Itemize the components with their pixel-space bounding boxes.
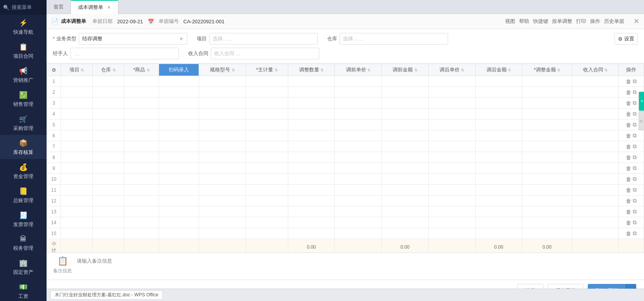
taskbar-item[interactable]: 木门行业好业财处理方案-墓红红.doc - WPS Office [50, 291, 163, 299]
cell-row6-unit[interactable] [246, 130, 288, 141]
copy-row-4-icon[interactable]: ⧉ [633, 111, 637, 117]
th-gear[interactable]: ⚙ [47, 64, 61, 76]
cell-row6-warehouse[interactable] [92, 130, 124, 141]
cell-row11-project[interactable] [61, 185, 93, 195]
cell-row5-warehouse[interactable] [92, 119, 124, 130]
copy-row-9-icon[interactable]: ⧉ [633, 165, 637, 171]
cell-row1-spec[interactable] [199, 76, 246, 87]
sidebar-item-project-contract[interactable]: 📋 项目合同 [0, 39, 47, 63]
delete-row-11-icon[interactable]: 🗑 [626, 187, 631, 193]
sidebar-item-fixed-assets[interactable]: 🏢 固定资产 [0, 255, 47, 279]
cell-row9-adj_amount[interactable] [522, 163, 572, 174]
copy-row-6-icon[interactable]: ⧉ [633, 132, 637, 139]
cell-row8-after_amount[interactable] [475, 152, 522, 163]
cell-row5-adj_qty[interactable] [288, 119, 335, 130]
copy-row-1-icon[interactable]: ⧉ [633, 78, 637, 85]
cell-row7-unit[interactable] [246, 141, 288, 152]
cell-row7-spec[interactable] [199, 141, 246, 152]
cell-row7-after_price[interactable] [428, 141, 475, 152]
cell-row7-after_amount[interactable] [475, 141, 522, 152]
cell-row14-adj_qty[interactable] [288, 217, 335, 228]
cell-row6-adj_amount[interactable] [522, 130, 572, 141]
cell-row14-spec[interactable] [199, 217, 246, 228]
cell-row5-goods[interactable] [124, 119, 159, 130]
cell-row6-after_amount[interactable] [475, 130, 522, 141]
delete-row-9-icon[interactable]: 🗑 [626, 165, 631, 171]
cell-row11-before_price[interactable] [335, 185, 382, 195]
cell-row4-after_price[interactable] [428, 109, 475, 119]
cell-row1-before_amount[interactable] [382, 76, 429, 87]
cell-row11-income_contract[interactable] [572, 185, 619, 195]
cell-row5-before_amount[interactable] [382, 119, 429, 130]
cell-row5-spec[interactable] [199, 119, 246, 130]
cell-row1-after_amount[interactable] [475, 76, 522, 87]
cell-row1-before_price[interactable] [335, 76, 382, 87]
cell-row4-unit[interactable] [246, 109, 288, 119]
cell-row3-income_contract[interactable] [572, 98, 619, 109]
cell-row3-project[interactable] [61, 98, 93, 109]
cell-row14-scan[interactable] [159, 217, 199, 228]
right-tab-list[interactable]: ≡ [639, 92, 644, 111]
cell-row15-project[interactable] [61, 228, 93, 239]
cell-row11-spec[interactable] [199, 185, 246, 195]
cell-row5-after_amount[interactable] [475, 119, 522, 130]
cell-row1-after_price[interactable] [428, 76, 475, 87]
tool-review[interactable]: 按单调整 [552, 18, 572, 25]
cell-row8-after_price[interactable] [428, 152, 475, 163]
cell-row12-after_price[interactable] [428, 195, 475, 206]
cell-row13-after_amount[interactable] [475, 206, 522, 217]
cell-row15-before_amount[interactable] [382, 228, 429, 239]
copy-row-14-icon[interactable]: ⧉ [633, 219, 637, 226]
delete-row-12-icon[interactable]: 🗑 [626, 198, 631, 204]
copy-row-15-icon[interactable]: ⧉ [633, 230, 637, 237]
biz-type-input[interactable]: 结存调整 ▼ [79, 33, 187, 45]
tool-actions[interactable]: 操作 [590, 18, 600, 25]
cell-row6-goods[interactable] [124, 130, 159, 141]
cell-row8-income_contract[interactable] [572, 152, 619, 163]
cell-row14-project[interactable] [61, 217, 93, 228]
cell-row14-after_amount[interactable] [475, 217, 522, 228]
cell-row1-warehouse[interactable] [92, 76, 124, 87]
cell-row9-project[interactable] [61, 163, 93, 174]
sidebar-item-finance[interactable]: 💰 资金管理 [0, 159, 47, 183]
cell-row12-adj_qty[interactable] [288, 195, 335, 206]
cell-row13-goods[interactable] [124, 206, 159, 217]
cell-row12-warehouse[interactable] [92, 195, 124, 206]
cell-row5-scan[interactable] [159, 119, 199, 130]
cell-row15-scan[interactable] [159, 228, 199, 239]
cell-row7-income_contract[interactable] [572, 141, 619, 152]
cell-row12-before_amount[interactable] [382, 195, 429, 206]
cell-row14-before_price[interactable] [335, 217, 382, 228]
delete-row-1-icon[interactable]: 🗑 [626, 78, 631, 85]
cell-row3-after_amount[interactable] [475, 98, 522, 109]
cell-row8-adj_qty[interactable] [288, 152, 335, 163]
cell-row13-project[interactable] [61, 206, 93, 217]
cell-row4-scan[interactable] [159, 109, 199, 119]
cell-row13-income_contract[interactable] [572, 206, 619, 217]
cell-row2-income_contract[interactable] [572, 87, 619, 98]
cell-row11-after_amount[interactable] [475, 185, 522, 195]
cell-row12-spec[interactable] [199, 195, 246, 206]
cell-row2-before_price[interactable] [335, 87, 382, 98]
cell-row1-unit[interactable] [246, 76, 288, 87]
tool-print[interactable]: 打印 [576, 18, 586, 25]
cell-row4-after_amount[interactable] [475, 109, 522, 119]
cell-row12-project[interactable] [61, 195, 93, 206]
calendar-icon[interactable]: 📅 [148, 19, 154, 24]
cell-row9-before_price[interactable] [335, 163, 382, 174]
notes-input[interactable] [77, 256, 638, 275]
cell-row10-unit[interactable] [246, 174, 288, 185]
copy-row-8-icon[interactable]: ⧉ [633, 154, 637, 161]
sidebar-item-salary[interactable]: 💵 工资 [0, 279, 47, 301]
sidebar-item-purchase-mgmt[interactable]: 🛒 采购管理 [0, 111, 47, 135]
cell-row11-goods[interactable] [124, 185, 159, 195]
cell-row11-after_price[interactable] [428, 185, 475, 195]
cell-row14-before_amount[interactable] [382, 217, 429, 228]
cell-row9-goods[interactable] [124, 163, 159, 174]
tab-home[interactable]: 首页 [47, 0, 71, 14]
cell-row5-unit[interactable] [246, 119, 288, 130]
copy-row-13-icon[interactable]: ⧉ [633, 208, 637, 215]
cell-row6-scan[interactable] [159, 130, 199, 141]
delete-row-5-icon[interactable]: 🗑 [626, 122, 631, 128]
sidebar-item-inventory[interactable]: 📦 库存核算 [0, 135, 47, 159]
